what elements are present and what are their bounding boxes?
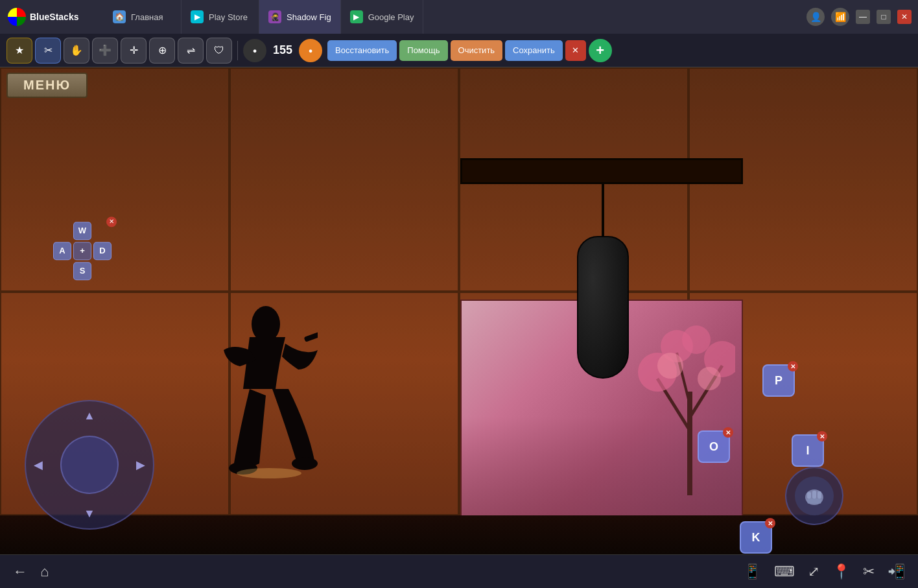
bluestacks-logo-text: BlueStacks (30, 12, 78, 22)
menu-button[interactable]: МЕНЮ (6, 73, 88, 98)
key-o-label: O (709, 440, 718, 454)
toolbar-counter: 155 (269, 43, 296, 57)
network-button[interactable]: 📶 (831, 8, 849, 26)
bottom-bar: ← ⌂ 📱 ⌨ ⤢ 📍 ✂ 📲 (0, 554, 918, 588)
playstore-tab-icon: ▶ (191, 10, 204, 23)
shield-tool-button[interactable]: 🛡 (206, 38, 232, 64)
key-p-button[interactable]: P ✕ (762, 364, 795, 397)
key-o-button[interactable]: O ✕ (698, 430, 730, 463)
dpad[interactable]: ▲ ▼ ◀ ▶ (25, 400, 154, 530)
tab-playstore[interactable]: ▶ Play Store (182, 0, 259, 34)
tab-shadow[interactable]: 🥷 Shadow Fig (259, 0, 341, 34)
wasd-close-button[interactable]: ✕ (106, 217, 117, 227)
dpad-left-arrow[interactable]: ◀ (34, 458, 43, 472)
game-area: МЕНЮ ▲ ▼ ◀ ▶ (0, 67, 918, 554)
plus-tool-button[interactable]: ➕ (92, 38, 118, 64)
title-bar: BlueStacks 🏠 Главная ▶ Play Store 🥷 Shad… (0, 0, 918, 34)
hand-tool-button[interactable]: ✋ (64, 38, 89, 64)
toolbar-close-button[interactable]: ✕ (565, 40, 586, 61)
svg-point-13 (292, 457, 318, 470)
svg-rect-16 (807, 492, 811, 499)
d-key[interactable]: D (93, 242, 112, 260)
location-icon[interactable]: 📍 (832, 563, 850, 580)
home-nav-button[interactable]: ⌂ (40, 563, 49, 580)
tab-google[interactable]: ▶ Google Play (341, 0, 424, 34)
keyboard-icon[interactable]: ⌨ (774, 563, 795, 580)
fighter-silhouette (214, 298, 318, 519)
dpad-up-arrow[interactable]: ▲ (84, 409, 95, 423)
key-i-close[interactable]: ✕ (817, 431, 827, 441)
svg-point-9 (698, 367, 721, 390)
save-button[interactable]: Сохранить (505, 40, 563, 61)
back-button[interactable]: ← (13, 563, 27, 580)
restore-button[interactable]: Восстановить (327, 40, 397, 61)
key-k-label: K (752, 531, 760, 545)
home-tab-icon: 🏠 (113, 10, 126, 23)
toolbar-action-buttons: Восстановить Помощь Очистить Сохранить ✕ (327, 40, 586, 61)
tab-playstore-label: Play Store (209, 12, 248, 22)
tablet-icon[interactable]: 📲 (888, 563, 905, 580)
bluestacks-logo-icon (8, 8, 26, 26)
fight-button[interactable] (785, 467, 843, 525)
w-key[interactable]: W (73, 222, 91, 240)
panel-2 (230, 67, 459, 292)
ceiling-rack (460, 158, 743, 184)
dpad-right-arrow[interactable]: ▶ (136, 458, 145, 472)
wasd-overlay: W A + D S ✕ (53, 222, 115, 401)
fight-button-inner (795, 476, 834, 515)
svg-rect-19 (807, 499, 821, 504)
bag-rope (602, 184, 604, 236)
svg-point-7 (682, 325, 711, 354)
fist-icon (801, 483, 827, 509)
scissors-tool-button[interactable]: ✂ (35, 38, 61, 64)
key-k-close[interactable]: ✕ (765, 518, 775, 528)
a-key[interactable]: A (53, 242, 71, 260)
svg-rect-18 (818, 491, 821, 499)
key-i-label: I (806, 444, 809, 458)
toolbar-circle-orange[interactable]: ● (299, 39, 322, 62)
tab-home-label: Главная (131, 12, 163, 22)
key-p-label: P (775, 374, 783, 388)
profile-button[interactable]: 👤 (806, 8, 825, 26)
move-tool-button[interactable]: ✛ (121, 38, 147, 64)
dpad-down-arrow[interactable]: ▼ (84, 507, 95, 521)
scissors-icon[interactable]: ✂ (863, 563, 875, 580)
key-k-button[interactable]: K ✕ (740, 521, 772, 554)
clear-button[interactable]: Очистить (451, 40, 503, 61)
center-key[interactable]: + (73, 242, 91, 260)
adjust-tool-button[interactable]: ⇌ (178, 38, 204, 64)
star-tool-button[interactable]: ★ (6, 38, 32, 64)
svg-point-14 (237, 468, 301, 478)
punching-bag (577, 236, 629, 379)
bag-container (577, 184, 629, 379)
title-bar-right: 👤 📶 — □ ✕ (806, 8, 918, 26)
key-i-button[interactable]: I ✕ (792, 434, 824, 467)
key-p-close[interactable]: ✕ (788, 361, 798, 371)
google-tab-icon: ▶ (350, 10, 363, 23)
tab-shadow-label: Shadow Fig (287, 12, 331, 22)
maximize-button[interactable]: □ (877, 10, 891, 24)
s-key[interactable]: S (73, 262, 91, 280)
svg-rect-11 (304, 324, 318, 342)
minimize-button[interactable]: — (856, 10, 870, 24)
bottom-right-controls: 📱 ⌨ ⤢ 📍 ✂ 📲 (744, 563, 905, 580)
key-o-close[interactable]: ✕ (723, 427, 733, 438)
svg-point-10 (252, 306, 280, 342)
shadow-tab-icon: 🥷 (268, 10, 281, 23)
toolbar: ★ ✂ ✋ ➕ ✛ ⊕ ⇌ 🛡 ● 155 ● Восстановить Пом… (0, 34, 918, 67)
tab-home[interactable]: 🏠 Главная (104, 0, 182, 34)
dpad-outer[interactable]: ▲ ▼ ◀ ▶ (25, 400, 154, 530)
bluestacks-logo: BlueStacks (0, 8, 104, 26)
target-tool-button[interactable]: ⊕ (149, 38, 175, 64)
toolbar-separator-1 (237, 41, 238, 60)
close-window-button[interactable]: ✕ (897, 10, 912, 24)
cherry-tree (638, 314, 735, 495)
phone-icon[interactable]: 📱 (744, 563, 761, 580)
bottom-left-controls: ← ⌂ (13, 563, 49, 580)
toolbar-circle-dark[interactable]: ● (243, 39, 266, 62)
svg-rect-17 (812, 491, 816, 499)
help-button[interactable]: Помощь (399, 40, 447, 61)
add-button[interactable]: + (589, 39, 612, 62)
dpad-inner (60, 436, 119, 494)
resize-icon[interactable]: ⤢ (808, 563, 819, 580)
